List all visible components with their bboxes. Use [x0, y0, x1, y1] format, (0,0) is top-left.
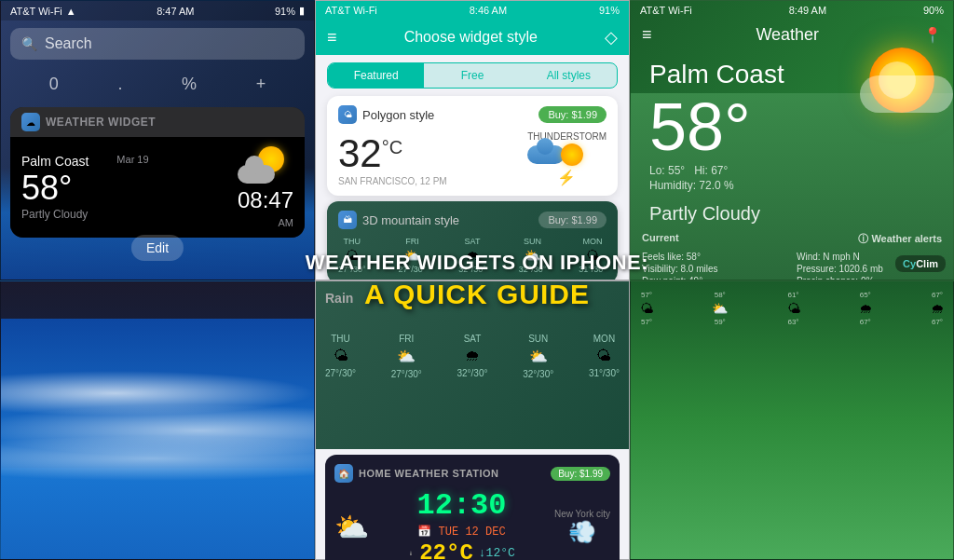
day-temp-3: 32°/30° [519, 265, 547, 274]
carrier-3: AT&T Wi-Fi [640, 5, 692, 16]
polygon-card-title: 🌤 Polygon style [338, 105, 434, 124]
nav-bar-2: ≡ Choose widget style ◇ [316, 20, 629, 55]
search-bar[interactable]: 🔍 Search [10, 28, 305, 60]
widget-title: WEATHER WIDGET [46, 116, 156, 129]
diamond-icon[interactable]: ◇ [605, 27, 618, 48]
thunder-cloud [527, 145, 565, 164]
status-bar-2: AT&T Wi-Fi 8:46 AM 91% [316, 1, 629, 20]
lo-hi-3: Lo: 55° Hi: 67° [649, 164, 934, 177]
day-icon-0: 🌤 [346, 248, 359, 263]
home-station-full[interactable]: 🏠 HOME WEATHER STATION Buy: $1.99 ⛅ 12:3… [325, 455, 620, 560]
mf-sat: SAT 🌧 32°/30° [457, 334, 487, 379]
ctrl-dot: . [117, 75, 122, 94]
widget-desc: Partly Cloudy [21, 208, 149, 221]
polygon-weather-right: THUNDERSTORM ⚡ [527, 131, 606, 186]
menu-icon-2[interactable]: ≡ [327, 28, 337, 48]
home-full-city: New York city [554, 509, 610, 519]
polygon-card-body: 32 °C SAN FRANCISCO, 12 PM THUNDERSTORM … [338, 131, 606, 186]
edit-button[interactable]: Edit [131, 235, 184, 261]
forecast-fri: FRI ⛅ 27°/30° [399, 237, 427, 274]
sun-cloud-icon [238, 146, 293, 184]
polygon-temp-unit: °C [382, 137, 402, 158]
home-full-icon: 🏠 [334, 464, 353, 483]
time-2: 8:46 AM [470, 5, 507, 16]
day-icon-2: 🌧 [466, 248, 479, 263]
widget-header: ☁ WEATHER WIDGET [10, 107, 305, 137]
time-3: 8:49 AM [789, 5, 826, 16]
forecast-mon: MON 🌤 31°/30° [579, 237, 606, 274]
day-temp-1: 27°/30° [399, 265, 427, 274]
mountain-name: 3D mountain style [362, 213, 459, 227]
weather-main: Palm Coast 58° Lo: 55° Hi: 67° Humidity:… [631, 50, 953, 203]
day-icon-1: ⛅ [404, 248, 420, 263]
cell6-hourly: 57° 🌤 57° 58° ⛅ 59° 61° 🌤 63° 65° 🌧 [640, 291, 944, 326]
home-full-temp-low: ↓12°C [479, 546, 515, 560]
forecast-sun: SUN ⛅ 32°/30° [519, 237, 547, 274]
battery-icon-1: ▮ [299, 5, 305, 17]
c6-hour-1: 58° ⛅ 59° [712, 291, 728, 326]
location-icon[interactable]: 📍 [923, 26, 942, 44]
detail-current-header: Current [642, 232, 679, 246]
tab-featured[interactable]: Featured [328, 63, 424, 88]
mountain-full-card: Rain THU 🌤 27°/30° FRI ⛅ 27°/30° SAT [316, 281, 629, 449]
home-full-buy[interactable]: Buy: $1.99 [551, 467, 610, 481]
mountain-card[interactable]: 🏔 3D mountain style Buy: $1.99 THU 🌤 27°… [327, 201, 618, 280]
polygon-card[interactable]: 🌤 Polygon style Buy: $1.99 32 °C SAN FRA… [327, 96, 618, 196]
widget-ampm: AM [279, 217, 294, 228]
day-label-0: THU [344, 237, 361, 246]
status-bar-1: AT&T Wi-Fi ▲ 8:47 AM 91% ▮ [1, 1, 314, 20]
home-date-icon: 📅 [417, 526, 431, 539]
detail-header: Current ⓘ Weather alerts [642, 232, 942, 246]
home-full-title: 🏠 HOME WEATHER STATION [334, 464, 499, 483]
day-label-3: SUN [524, 237, 541, 246]
widget-controls: 0 . % + [1, 67, 314, 102]
tab-free[interactable]: Free [424, 63, 520, 88]
detail-alerts-header: ⓘ Weather alerts [858, 232, 942, 246]
mountain-buy-btn[interactable]: Buy: $1.99 [538, 212, 606, 228]
widget-app-icon: ☁ [21, 113, 40, 131]
day-icon-3: ⛅ [525, 248, 540, 263]
weather-widget-card[interactable]: ☁ WEATHER WIDGET Palm Coast Mar 19 58° P… [10, 107, 305, 238]
city-name-3: Palm Coast [649, 60, 934, 89]
widget-temp: 58° [21, 169, 149, 208]
detail-visibility: Visibility: 8.0 miles [642, 264, 787, 274]
home-full-weather-icon: ⛅ [334, 511, 369, 543]
cyclim-cy: Cy [903, 258, 916, 269]
cell-widget-chooser: AT&T Wi-Fi 8:46 AM 91% ≡ Choose widget s… [315, 0, 630, 280]
wifi-icon: ▲ [66, 6, 76, 17]
home-full-right: New York city 💨 [554, 509, 610, 545]
battery-1: 91% [275, 6, 295, 17]
ctrl-plus: + [256, 75, 266, 94]
polygon-location: SAN FRANCISCO, 12 PM [338, 176, 447, 186]
mountain-card-header: 🏔 3D mountain style Buy: $1.99 [338, 211, 606, 229]
time-1: 8:47 AM [157, 6, 194, 17]
c6-hour-3: 65° 🌧 67° [859, 291, 872, 326]
carrier-1: AT&T Wi-Fi [10, 6, 62, 17]
day-label-1: FRI [405, 237, 419, 246]
tab-all-styles[interactable]: All styles [521, 63, 617, 88]
widget-left: Palm Coast Mar 19 58° Partly Cloudy [21, 154, 149, 221]
day-temp-2: 32°/30° [458, 265, 486, 274]
status-bar-3: AT&T Wi-Fi 8:49 AM 90% [631, 1, 953, 20]
polygon-card-header: 🌤 Polygon style Buy: $1.99 [338, 105, 606, 124]
forecast-thu: THU 🌤 27°/30° [338, 237, 366, 274]
widget-right: 08:47 AM [238, 146, 293, 228]
cloud-shape [238, 165, 275, 184]
forecast-row: THU 🌤 27°/30° FRI ⛅ 27°/30° SAT 🌧 32°/30… [338, 237, 606, 274]
day-temp-0: 27°/30° [338, 265, 366, 274]
forecast-sat: SAT 🌧 32°/30° [458, 237, 486, 274]
cell5-content: Rain THU 🌤 27°/30° FRI ⛅ 27°/30° SAT [316, 281, 629, 559]
nav-bar-3: ≡ Weather 📍 [631, 20, 953, 50]
detail-feels-like: Feels like: 58° [642, 252, 787, 262]
c6-hour-4: 67° 🌧 67° [931, 291, 944, 326]
carrier-2: AT&T Wi-Fi [325, 5, 377, 16]
mountain-card-title: 🏔 3D mountain style [338, 211, 459, 229]
menu-icon-3[interactable]: ≡ [642, 25, 652, 45]
battery-2: 91% [599, 5, 620, 16]
mountain-forecast-row2: THU 🌤 27°/30° FRI ⛅ 27°/30° SAT 🌧 32°/30… [325, 334, 620, 379]
cell6-content: 57° 🌤 57° 58° ⛅ 59° 61° 🌤 63° 65° 🌧 [631, 281, 953, 337]
home-full-name: HOME WEATHER STATION [359, 468, 499, 479]
polygon-buy-btn[interactable]: Buy: $1.99 [538, 106, 606, 123]
segment-tabs: Featured Free All styles [327, 62, 618, 89]
cell-ocean [0, 280, 315, 560]
